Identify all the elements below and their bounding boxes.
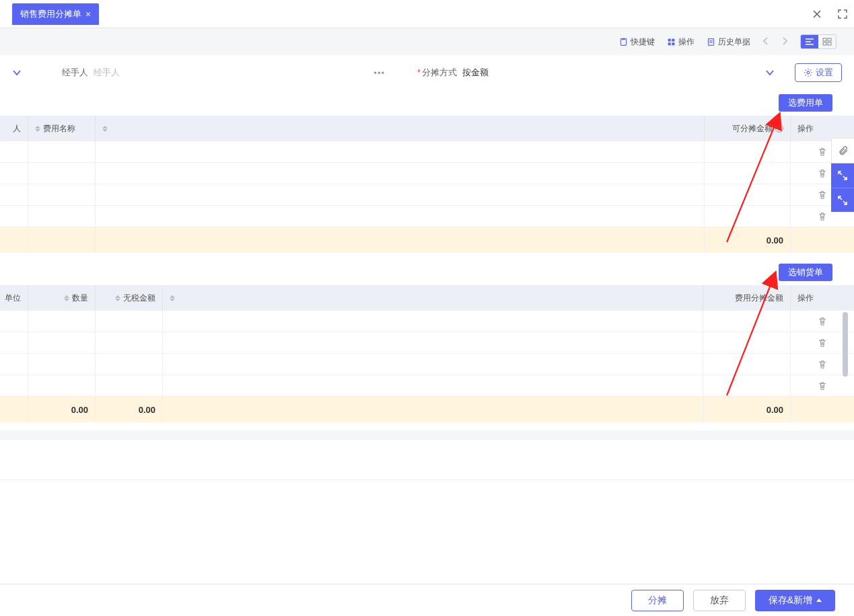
col-spacer2 xyxy=(163,285,703,311)
select-sales-bill-button[interactable]: 选销货单 xyxy=(779,264,832,281)
col-op2: 操作 xyxy=(791,285,854,311)
table-row[interactable] xyxy=(0,141,854,163)
col-spacer xyxy=(96,116,705,141)
sales-table: 单位 数量 无税金额 费用分摊金额 操作 0.00 0.00 0.00 xyxy=(0,285,854,422)
table-row[interactable] xyxy=(0,163,854,184)
tab-bar: 销售费用分摊单 × xyxy=(0,0,854,28)
fee-table: 人 费用名称 可分摊金额? 操作 0.00 xyxy=(0,116,854,253)
view-list-icon[interactable] xyxy=(801,35,818,48)
col-fee-alloc[interactable]: 费用分摊金额 xyxy=(703,285,791,311)
page-toolbar: 快捷键 操作 历史单据 xyxy=(0,28,854,55)
chevron-up-icon xyxy=(816,599,822,602)
svg-rect-3 xyxy=(672,38,674,41)
active-tab[interactable]: 销售费用分摊单 × xyxy=(12,3,99,25)
handler-label: 经手人 xyxy=(62,67,88,79)
save-and-new-button[interactable]: 保存&新增 xyxy=(755,590,835,611)
prev-field-caret-icon[interactable] xyxy=(12,68,22,78)
expand-in-icon[interactable] xyxy=(831,188,854,212)
settings-button[interactable]: 设置 xyxy=(795,63,842,82)
document-icon xyxy=(707,38,715,46)
method-select[interactable] xyxy=(462,63,760,82)
history-prev-icon[interactable] xyxy=(762,37,769,47)
allocate-button[interactable]: 分摊 xyxy=(631,590,684,611)
side-float xyxy=(831,138,854,212)
toolbar-operate[interactable]: 操作 xyxy=(667,36,695,48)
sales-total-fee-alloc: 0.00 xyxy=(703,397,791,422)
fullscreen-icon[interactable] xyxy=(837,8,849,20)
col-fee-name[interactable]: 费用名称 xyxy=(28,116,96,141)
col-notax[interactable]: 无税金额 xyxy=(96,285,163,311)
method-caret-icon[interactable] xyxy=(765,68,775,78)
view-toggle xyxy=(800,34,837,49)
col-qty[interactable]: 数量 xyxy=(28,285,96,311)
sales-table-scrollbar[interactable] xyxy=(841,311,850,397)
info-icon[interactable]: ? xyxy=(775,124,783,132)
fee-total-allocatable: 0.00 xyxy=(705,227,791,253)
svg-rect-4 xyxy=(668,42,671,45)
table-row[interactable] xyxy=(0,332,854,354)
col-unit[interactable]: 单位 xyxy=(0,285,28,311)
svg-rect-5 xyxy=(672,42,674,45)
svg-rect-2 xyxy=(668,38,671,41)
close-tab-icon[interactable]: × xyxy=(85,9,91,20)
col-allocatable[interactable]: 可分摊金额? xyxy=(705,116,791,141)
tab-title: 销售费用分摊单 xyxy=(20,8,81,20)
attachment-icon[interactable] xyxy=(831,138,854,163)
col-person[interactable]: 人 xyxy=(0,116,28,141)
grid-icon xyxy=(667,38,676,46)
svg-rect-7 xyxy=(823,38,826,41)
expand-out-icon[interactable] xyxy=(831,163,854,188)
sales-total-notax: 0.00 xyxy=(96,397,163,422)
sales-total-qty: 0.00 xyxy=(28,397,96,422)
clipboard-icon xyxy=(619,38,628,46)
svg-rect-1 xyxy=(622,38,625,39)
bottom-action-bar: 分摊 放弃 保存&新增 xyxy=(0,584,854,616)
discard-button[interactable]: 放弃 xyxy=(693,590,746,611)
table-row[interactable] xyxy=(0,184,854,206)
gear-icon xyxy=(804,68,813,77)
close-panel-icon[interactable] xyxy=(811,8,823,20)
view-card-icon[interactable] xyxy=(818,35,836,48)
toolbar-shortcut[interactable]: 快捷键 xyxy=(619,36,655,48)
history-next-icon[interactable] xyxy=(781,37,788,47)
toolbar-history[interactable]: 历史单据 xyxy=(707,36,750,48)
svg-rect-10 xyxy=(828,42,831,45)
table-row[interactable] xyxy=(0,206,854,227)
handler-input[interactable] xyxy=(94,63,368,82)
handler-lookup-icon[interactable]: ••• xyxy=(373,68,385,78)
select-fee-bill-button[interactable]: 选费用单 xyxy=(779,94,832,112)
svg-rect-6 xyxy=(708,38,713,45)
table-row[interactable] xyxy=(0,375,854,397)
svg-rect-9 xyxy=(823,42,826,45)
table-row[interactable] xyxy=(0,311,854,332)
table-row[interactable] xyxy=(0,354,854,375)
form-row: 经手人 ••• *分摊方式 设置 xyxy=(0,55,854,90)
svg-rect-8 xyxy=(828,38,831,41)
method-label: *分摊方式 xyxy=(417,67,457,79)
svg-point-11 xyxy=(807,71,810,74)
